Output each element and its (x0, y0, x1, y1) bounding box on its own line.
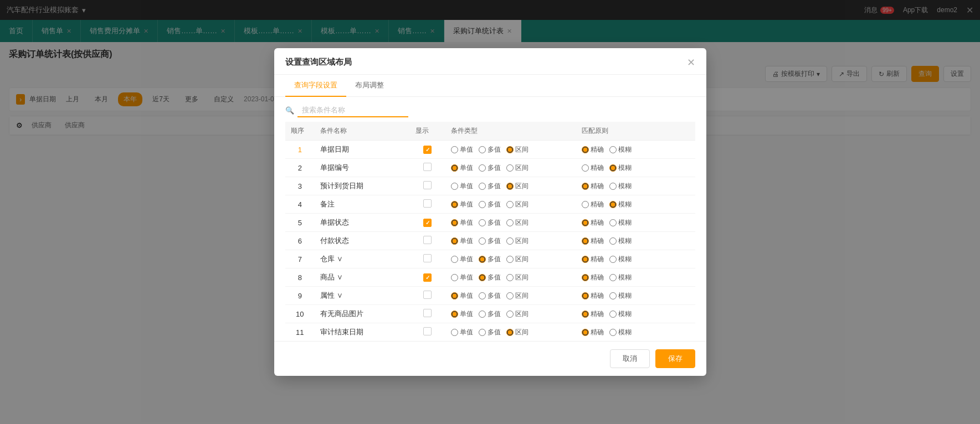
modal-close-btn[interactable]: ✕ (687, 58, 695, 68)
row-show-checkbox[interactable] (410, 214, 445, 232)
row-show-checkbox[interactable] (410, 250, 445, 268)
radio-type-区间[interactable]: 区间 (506, 273, 529, 282)
radio-type-单值[interactable]: 单值 (451, 273, 473, 282)
radio-match-模糊[interactable]: 模糊 (609, 200, 632, 209)
save-btn[interactable]: 保存 (655, 349, 695, 368)
radio-match-模糊[interactable]: 模糊 (609, 182, 632, 191)
row-match-radio-group: 精确模糊 (576, 159, 695, 177)
radio-type-区间[interactable]: 区间 (506, 218, 529, 227)
radio-type-多值[interactable]: 多值 (479, 163, 501, 173)
radio-type-区间[interactable]: 区间 (506, 255, 529, 264)
row-order: 9 (285, 287, 315, 305)
row-show-checkbox[interactable] (410, 268, 445, 287)
radio-type-单值[interactable]: 单值 (451, 255, 473, 264)
row-show-checkbox[interactable] (410, 177, 445, 195)
radio-type-单值[interactable]: 单值 (451, 291, 473, 301)
radio-match-模糊[interactable]: 模糊 (609, 309, 632, 319)
radio-type-单值[interactable]: 单值 (451, 236, 473, 246)
radio-match-模糊[interactable]: 模糊 (609, 218, 632, 227)
checkbox-checked[interactable] (423, 146, 432, 154)
checkbox-checked[interactable] (423, 273, 432, 282)
row-order: 4 (285, 195, 315, 214)
radio-type-多值[interactable]: 多值 (479, 291, 501, 301)
radio-type-单值[interactable]: 单值 (451, 328, 473, 337)
radio-match-精确[interactable]: 精确 (582, 236, 604, 246)
checkbox-empty[interactable] (423, 254, 432, 262)
radio-type-区间[interactable]: 区间 (506, 291, 529, 301)
radio-match-模糊[interactable]: 模糊 (609, 145, 632, 154)
radio-match-模糊[interactable]: 模糊 (609, 255, 632, 264)
radio-type-多值[interactable]: 多值 (479, 328, 501, 337)
radio-match-精确[interactable]: 精确 (582, 291, 604, 301)
modal-search-area: 🔍 (274, 97, 706, 122)
cancel-btn[interactable]: 取消 (610, 349, 650, 368)
radio-match-精确[interactable]: 精确 (582, 255, 604, 264)
table-row: 10有无商品图片单值多值区间精确模糊 (285, 305, 695, 323)
radio-match-精确[interactable]: 精确 (582, 182, 604, 191)
settings-modal: 设置查询区域布局 ✕ 查询字段设置 布局调整 🔍 顺序 条件名称 (274, 48, 706, 376)
row-match-radio-group: 精确模糊 (576, 268, 695, 287)
row-order: 5 (285, 214, 315, 232)
row-condition-name: 付款状态 (315, 232, 410, 250)
radio-type-单值[interactable]: 单值 (451, 163, 473, 173)
radio-type-区间[interactable]: 区间 (506, 145, 529, 154)
radio-type-单值[interactable]: 单值 (451, 145, 473, 154)
radio-match-精确[interactable]: 精确 (582, 163, 604, 173)
row-show-checkbox[interactable] (410, 195, 445, 214)
row-match-radio-group: 精确模糊 (576, 323, 695, 342)
row-type-radio-group: 单值多值区间 (445, 141, 576, 159)
checkbox-empty[interactable] (423, 163, 432, 171)
checkbox-checked[interactable] (423, 219, 432, 227)
table-row: 8商品 ∨单值多值区间精确模糊 (285, 268, 695, 287)
radio-type-单值[interactable]: 单值 (451, 182, 473, 191)
radio-type-多值[interactable]: 多值 (479, 218, 501, 227)
search-input[interactable] (297, 104, 408, 117)
checkbox-empty[interactable] (423, 291, 432, 299)
checkbox-empty[interactable] (423, 181, 432, 189)
radio-type-区间[interactable]: 区间 (506, 309, 529, 319)
radio-type-单值[interactable]: 单值 (451, 218, 473, 227)
radio-match-精确[interactable]: 精确 (582, 145, 604, 154)
radio-type-多值[interactable]: 多值 (479, 273, 501, 282)
radio-match-模糊[interactable]: 模糊 (609, 273, 632, 282)
radio-match-模糊[interactable]: 模糊 (609, 163, 632, 173)
row-show-checkbox[interactable] (410, 323, 445, 342)
radio-type-多值[interactable]: 多值 (479, 145, 501, 154)
checkbox-empty[interactable] (423, 236, 432, 244)
radio-match-模糊[interactable]: 模糊 (609, 291, 632, 301)
row-order: 6 (285, 232, 315, 250)
radio-type-区间[interactable]: 区间 (506, 200, 529, 209)
radio-match-精确[interactable]: 精确 (582, 273, 604, 282)
radio-type-多值[interactable]: 多值 (479, 255, 501, 264)
radio-type-单值[interactable]: 单值 (451, 309, 473, 319)
radio-match-精确[interactable]: 精确 (582, 218, 604, 227)
row-show-checkbox[interactable] (410, 232, 445, 250)
table-row: 1单据日期单值多值区间精确模糊 (285, 141, 695, 159)
modal-title: 设置查询区域布局 (285, 57, 352, 68)
radio-match-精确[interactable]: 精确 (582, 328, 604, 337)
radio-type-多值[interactable]: 多值 (479, 200, 501, 209)
radio-type-区间[interactable]: 区间 (506, 182, 529, 191)
radio-type-多值[interactable]: 多值 (479, 309, 501, 319)
radio-type-多值[interactable]: 多值 (479, 236, 501, 246)
row-show-checkbox[interactable] (410, 305, 445, 323)
checkbox-empty[interactable] (423, 309, 432, 317)
radio-match-精确[interactable]: 精确 (582, 309, 604, 319)
row-show-checkbox[interactable] (410, 141, 445, 159)
radio-type-区间[interactable]: 区间 (506, 163, 529, 173)
row-show-checkbox[interactable] (410, 159, 445, 177)
radio-match-模糊[interactable]: 模糊 (609, 236, 632, 246)
modal-tab-layout[interactable]: 布局调整 (346, 75, 393, 97)
radio-match-精确[interactable]: 精确 (582, 200, 604, 209)
row-order: 8 (285, 268, 315, 287)
radio-type-区间[interactable]: 区间 (506, 328, 529, 337)
modal-tab-fields[interactable]: 查询字段设置 (285, 75, 346, 97)
radio-type-单值[interactable]: 单值 (451, 200, 473, 209)
checkbox-empty[interactable] (423, 327, 432, 335)
radio-type-多值[interactable]: 多值 (479, 182, 501, 191)
checkbox-empty[interactable] (423, 199, 432, 208)
row-show-checkbox[interactable] (410, 287, 445, 305)
table-row: 9属性 ∨单值多值区间精确模糊 (285, 287, 695, 305)
radio-match-模糊[interactable]: 模糊 (609, 328, 632, 337)
radio-type-区间[interactable]: 区间 (506, 236, 529, 246)
